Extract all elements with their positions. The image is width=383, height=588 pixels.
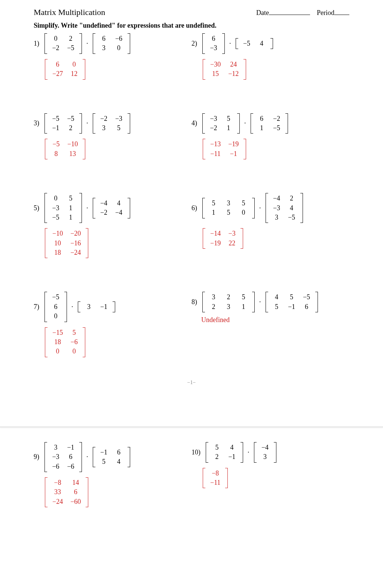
matrix-cell: 4	[269, 293, 284, 302]
matrix-cell: −2	[96, 114, 111, 123]
matrix-cell: 3	[96, 123, 111, 133]
matrix-cell: −3	[206, 114, 221, 123]
matrix: −10−2010−1618−24	[45, 228, 88, 258]
problems-grid-2: 9)3−1−36−6−6·−1654−814336−24−6010)542−1·…	[34, 442, 349, 541]
matrix-cell: 8	[49, 149, 64, 159]
period-label: Period	[317, 9, 334, 16]
problem-number: 6)	[192, 204, 197, 212]
matrix-cell: −5	[299, 293, 314, 302]
period-blank[interactable]	[334, 8, 349, 15]
matrix: 535150	[202, 198, 255, 218]
matrix-cell: 15	[206, 69, 224, 79]
matrix-cell: −2	[96, 208, 111, 217]
matrix: 3−1−36−6−6	[45, 442, 82, 472]
dot-operator: ·	[85, 453, 90, 461]
problem-col: 8)325231·45−55−16Undefined	[192, 292, 349, 391]
matrix-cell: 2	[284, 194, 299, 203]
matrix-cell: 0	[67, 60, 82, 69]
matrix-cell: 3	[48, 443, 63, 452]
question: 3)−5−5−12·−2−335	[34, 113, 188, 134]
matrix: 3−1	[78, 301, 115, 312]
matrix-cell: 18	[49, 337, 67, 347]
matrix: 6−3	[202, 33, 225, 54]
matrix-cell: −15	[49, 328, 67, 337]
matrix: 45−55−16	[266, 292, 318, 312]
matrix-cell: 4	[254, 39, 269, 48]
matrix-cell: 33	[49, 487, 67, 497]
matrix-cell: 5	[67, 328, 82, 337]
matrix-cell: −27	[49, 69, 67, 79]
matrix-cell: −2	[269, 114, 284, 123]
matrix-cell: 2	[209, 452, 224, 462]
header-row: Matrix Multiplication Date Period	[34, 7, 349, 17]
problem-col: 1)02−2−5·6−63060−2712	[34, 33, 192, 113]
matrix-cell: −3	[224, 229, 239, 238]
matrix: −14−3−1922	[203, 228, 243, 249]
matrix-cell: 4	[284, 203, 299, 213]
matrix-cell: 5	[209, 443, 224, 452]
matrix-cell: −19	[224, 140, 242, 149]
matrix-cell: −2	[206, 123, 221, 133]
problem-col: 2)6−3·−54−302415−12	[192, 33, 349, 113]
matrix-cell: −1	[48, 123, 63, 133]
matrix-cell: −60	[67, 497, 85, 506]
problem-number: 8)	[192, 298, 197, 306]
matrix-cell: 2	[63, 34, 78, 43]
matrix-cell: 6	[49, 60, 67, 69]
matrix-cell: −1	[224, 452, 239, 462]
problem-number: 5)	[34, 204, 39, 212]
matrix-cell: 6	[206, 34, 221, 43]
matrix-cell: −6	[67, 337, 82, 347]
matrix-cell: −14	[206, 229, 224, 238]
matrix: −1654	[93, 447, 130, 468]
matrix-cell: 5	[96, 457, 111, 466]
matrix-cell: −8	[49, 478, 67, 487]
problem-number: 9)	[34, 453, 39, 461]
matrix-cell: 5	[206, 199, 221, 208]
problem: 8)325231·45−55−16Undefined	[192, 292, 346, 324]
matrix-cell: 5	[269, 302, 284, 312]
question: 6)535150·−42−343−5	[192, 193, 346, 223]
matrix-cell: 4	[111, 199, 126, 208]
problem: 5)05−31−51·−44−2−4−10−2010−1618−24	[34, 193, 188, 258]
matrix-cell: −4	[96, 199, 111, 208]
matrix-cell: 3	[269, 213, 284, 222]
matrix-cell: −1	[224, 149, 242, 159]
matrix-cell: −1	[63, 443, 78, 452]
matrix: 02−2−5	[45, 33, 82, 54]
matrix-cell: −20	[67, 229, 85, 238]
matrix-cell: 13	[64, 149, 82, 159]
answer: −13−19−11−1	[201, 139, 346, 159]
matrix-cell: −5	[239, 39, 254, 48]
matrix-cell: −8	[206, 469, 224, 478]
problem-number: 3)	[34, 119, 39, 127]
matrix-cell: −2	[48, 43, 63, 53]
dot-operator: ·	[70, 303, 75, 311]
matrix-cell: −5	[63, 43, 78, 53]
matrix-cell: 0	[67, 347, 82, 356]
problem-col: 3)−5−5−12·−2−335−5−10813	[34, 113, 192, 193]
problem-row: 1)02−2−5·6−63060−27122)6−3·−54−302415−12	[34, 33, 349, 113]
matrix: −44−2−4	[93, 198, 130, 218]
date-blank[interactable]	[269, 8, 310, 15]
question: 5)05−31−51·−44−2−4	[34, 193, 188, 223]
matrix-cell: 3	[96, 43, 111, 53]
problem: 3)−5−5−12·−2−335−5−10813	[34, 113, 188, 160]
worksheet-page: Matrix Multiplication Date Period Simpli…	[0, 0, 383, 412]
matrix: 6−21−5	[251, 113, 288, 134]
matrix-cell: 2	[206, 302, 221, 312]
matrix-cell: −6	[63, 462, 78, 471]
matrix: −2−335	[93, 113, 130, 134]
matrix-cell: 22	[224, 239, 239, 248]
matrix-cell: −5	[284, 213, 299, 222]
dot-operator: ·	[246, 448, 251, 456]
matrix-cell: 6	[111, 448, 126, 457]
problem-col: 5)05−31−51·−44−2−4−10−2010−1618−24	[34, 193, 192, 292]
problem: 10)542−1·−43−8−11	[192, 442, 346, 489]
matrix: −8−11	[203, 468, 228, 489]
problem-col: 10)542−1·−43−8−11	[192, 442, 349, 541]
matrix-cell: −11	[206, 478, 224, 487]
matrix-cell: 0	[48, 312, 63, 321]
answer: −15518−600	[43, 327, 188, 357]
matrix-cell: 2	[221, 293, 236, 302]
